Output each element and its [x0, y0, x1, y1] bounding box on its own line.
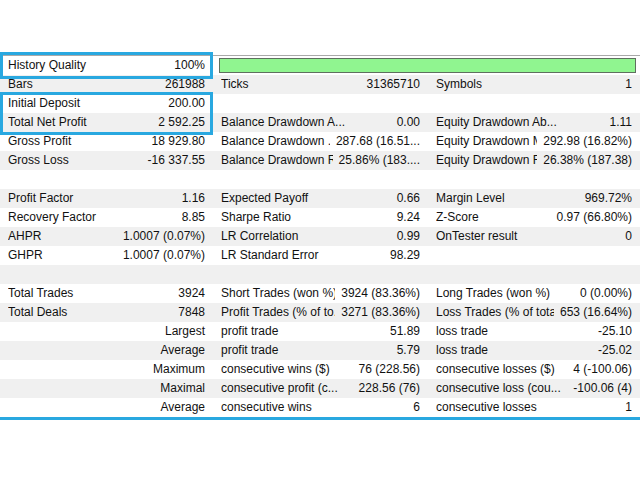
stat-value: 261988: [159, 75, 205, 94]
stat-row[interactable]: Total Trades3924Short Trades (won %)3924…: [0, 284, 640, 303]
stat-value: 3271 (83.36%): [335, 303, 420, 322]
stat-cell-mid: Profit Trades (% of to...3271 (83.36%): [213, 303, 428, 322]
highlight-bottom-line: [0, 417, 640, 420]
stat-value: 0 (0.00%): [574, 284, 632, 303]
stat-row[interactable]: Bars261988Ticks31365710Symbols1: [0, 75, 640, 94]
stat-cell-mid: Short Trades (won %)3924 (83.36%): [213, 284, 428, 303]
stat-value: 0.97 (66.80%): [551, 208, 632, 227]
stat-cell-mid: consecutive profit (c...228.56 (76): [213, 379, 428, 398]
stat-cell-right: OnTester result0: [428, 227, 640, 246]
stat-cell-right: Margin Level969.72%: [428, 189, 640, 208]
stat-label: Sharpe Ratio: [221, 208, 391, 227]
stat-label: Total Net Profit: [8, 113, 152, 132]
stat-cell-right: consecutive losses ($)4 (-100.06): [428, 360, 640, 379]
stat-row[interactable]: AHPR1.0007 (0.07%)LR Correlation0.99OnTe…: [0, 227, 640, 246]
stat-cell-right: loss trade-25.10: [428, 322, 640, 341]
stat-row[interactable]: Maximalconsecutive profit (c...228.56 (7…: [0, 379, 640, 398]
stat-value: -25.10: [592, 322, 632, 341]
stat-cell-left: AHPR1.0007 (0.07%): [0, 227, 213, 246]
stat-value: -16 337.55: [142, 151, 205, 170]
stat-row[interactable]: Recovery Factor8.85Sharpe Ratio9.24Z-Sco…: [0, 208, 640, 227]
stat-label: Total Deals: [8, 303, 172, 322]
stat-row[interactable]: History Quality100%: [0, 56, 640, 75]
stat-value: [626, 94, 632, 113]
stat-row[interactable]: Total Net Profit2 592.25Balance Drawdown…: [0, 113, 640, 132]
stat-value: 6: [407, 398, 420, 417]
stat-label: LR Standard Error: [221, 246, 384, 265]
stat-row[interactable]: GHPR1.0007 (0.07%)LR Standard Error98.29: [0, 246, 640, 265]
stat-label: consecutive losses: [436, 398, 619, 417]
stat-value: 292.98 (16.82%): [537, 132, 632, 151]
stat-cell-right: Equity Drawdown Ab...1.11: [428, 113, 640, 132]
stat-value: 0: [619, 227, 632, 246]
stat-label: OnTester result: [436, 227, 619, 246]
stat-value: 18 929.80: [146, 132, 205, 151]
stat-label: Balance Drawdown A...: [221, 113, 391, 132]
stat-cell-mid: Balance Drawdown A...0.00: [213, 113, 428, 132]
stat-row[interactable]: Gross Loss-16 337.55Balance Drawdown R..…: [0, 151, 640, 170]
stat-label: [8, 360, 147, 379]
stat-row[interactable]: Initial Deposit200.00: [0, 94, 640, 113]
stat-label: LR Correlation: [221, 227, 391, 246]
stat-row[interactable]: Largestprofit trade51.89loss trade-25.10: [0, 322, 640, 341]
stat-value: 100%: [168, 56, 205, 75]
stat-row[interactable]: Averageprofit trade5.79loss trade-25.02: [0, 341, 640, 360]
stat-label: Initial Deposit: [8, 94, 162, 113]
stat-label: [436, 94, 626, 113]
stat-label: Short Trades (won %): [221, 284, 335, 303]
stat-label: Z-Score: [436, 208, 551, 227]
stat-cell-mid: profit trade51.89: [213, 322, 428, 341]
stat-value: Maximal: [154, 379, 205, 398]
stat-label: Total Trades: [8, 284, 172, 303]
stat-value: 1.16: [176, 189, 205, 208]
stat-value: 0.99: [391, 227, 420, 246]
stat-value: Average: [155, 341, 205, 360]
stat-cell-mid: profit trade5.79: [213, 341, 428, 360]
stat-cell-left: Maximum: [0, 360, 213, 379]
stat-value: 287.68 (16.51...: [330, 132, 420, 151]
stat-value: 5.79: [391, 341, 420, 360]
spacer-row: [0, 265, 640, 284]
stat-label: Symbols: [436, 75, 619, 94]
stat-cell-mid: consecutive wins6: [213, 398, 428, 417]
stat-row[interactable]: Averageconsecutive wins6consecutive loss…: [0, 398, 640, 417]
stat-cell-mid: consecutive wins ($)76 (228.56): [213, 360, 428, 379]
stat-value: 31365710: [361, 75, 420, 94]
stat-label: loss trade: [436, 341, 592, 360]
stat-label: Balance Drawdown R...: [221, 151, 333, 170]
stat-value: 0.66: [391, 189, 420, 208]
stat-label: profit trade: [221, 322, 384, 341]
stat-cell-mid: Balance Drawdown ...287.68 (16.51...: [213, 132, 428, 151]
stat-value: Largest: [159, 322, 205, 341]
stat-cell-left: GHPR1.0007 (0.07%): [0, 246, 213, 265]
stat-row[interactable]: Maximumconsecutive wins ($)76 (228.56)co…: [0, 360, 640, 379]
stat-cell-right: Loss Trades (% of total)653 (16.64%): [428, 303, 640, 322]
stat-row[interactable]: Total Deals7848Profit Trades (% of to...…: [0, 303, 640, 322]
stat-cell-mid: LR Standard Error98.29: [213, 246, 428, 265]
stat-cell-left: Total Net Profit2 592.25: [0, 113, 213, 132]
stat-cell-right: consecutive loss (cou...-100.06 (4): [428, 379, 640, 398]
stat-value: 25.86% (183....: [333, 151, 420, 170]
stat-row[interactable]: Profit Factor1.16Expected Payoff0.66Marg…: [0, 189, 640, 208]
stat-value: 8.85: [176, 208, 205, 227]
stat-cell-mid: Sharpe Ratio9.24: [213, 208, 428, 227]
stat-label: Loss Trades (% of total): [436, 303, 554, 322]
stat-value: -100.06 (4): [567, 379, 632, 398]
stat-label: Expected Payoff: [221, 189, 391, 208]
stat-value: 228.56 (76): [353, 379, 420, 398]
stat-value: -25.02: [592, 341, 632, 360]
stat-value: [414, 94, 420, 113]
stat-label: History Quality: [8, 56, 168, 75]
history-quality-progress-fill: [220, 59, 635, 72]
stat-label: Bars: [8, 75, 159, 94]
stat-value: 3924: [172, 284, 205, 303]
stat-value: 1.0007 (0.07%): [117, 227, 205, 246]
stat-label: consecutive wins ($): [221, 360, 353, 379]
spacer-row: [0, 170, 640, 189]
stat-value: 1: [619, 398, 632, 417]
stat-label: [221, 94, 414, 113]
stat-cell-left: Gross Profit18 929.80: [0, 132, 213, 151]
stat-label: Profit Factor: [8, 189, 176, 208]
stat-row[interactable]: Gross Profit18 929.80Balance Drawdown ..…: [0, 132, 640, 151]
stat-label: [8, 322, 159, 341]
